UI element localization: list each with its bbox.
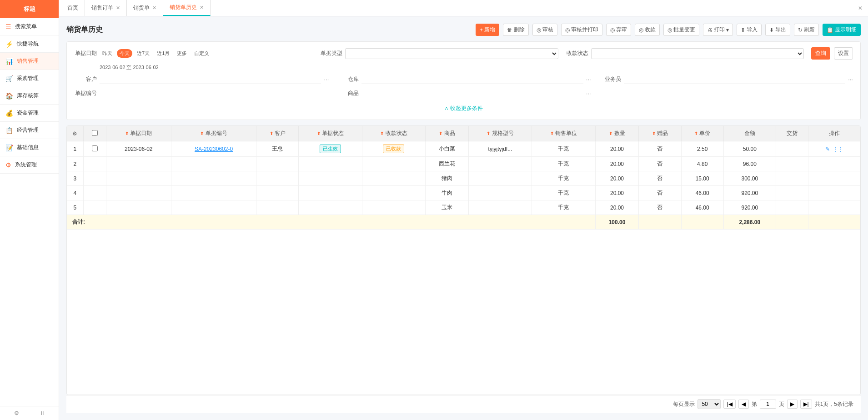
collapse-button[interactable]: ∧ 收起更多条件 [74, 103, 853, 114]
doc-type-select[interactable] [345, 48, 558, 59]
cell-goods: 小白菜 [426, 141, 468, 157]
tab-close-sales-order[interactable]: ✕ [116, 5, 120, 11]
sidebar-item-inventory[interactable]: 🏠 库存核算 [0, 87, 59, 105]
sidebar-item-label: 资金管理 [17, 109, 39, 117]
payment-status-select[interactable] [591, 48, 804, 59]
audit-print-button[interactable]: ◎ 审核并打印 [561, 24, 602, 36]
warehouse-input[interactable] [361, 75, 583, 84]
sidebar-item-quick-nav[interactable]: ⚡ 快捷导航 [0, 35, 59, 53]
sidebar-item-label: 采购管理 [17, 75, 39, 82]
tab-home[interactable]: 首页 [61, 0, 85, 16]
col-spec[interactable]: ⬆ 规格型号 [468, 126, 532, 141]
last-page-btn[interactable]: ▶| [800, 400, 812, 409]
search-menu-icon: ☰ [5, 23, 11, 30]
col-unit-price[interactable]: ⬆ 单价 [681, 126, 723, 141]
batch-change-button[interactable]: ◎ 批量变更 [663, 24, 699, 36]
warehouse-ellipsis-btn[interactable]: ··· [586, 76, 591, 83]
data-table-wrapper: ⚙ ⬆ 单据日期 ⬆ 单据编号 ⬆ 客户 ⬆ 单据状态 ⬆ 收款状态 ⬆ 商品 … [66, 125, 861, 395]
doc-no-input[interactable] [100, 89, 191, 98]
sidebar-item-sales-mgmt[interactable]: 📊 销售管理 [0, 53, 59, 70]
cell-spec: tyjyjtyjdf... [468, 141, 532, 157]
date-tag-1month[interactable]: 近1月 [154, 49, 172, 58]
collect-button[interactable]: ◎ 收款 [635, 24, 660, 36]
sidebar-item-label: 经营管理 [17, 126, 39, 134]
col-doc-date[interactable]: ⬆ 单据日期 [106, 126, 171, 141]
col-goods[interactable]: ⬆ 商品 [426, 126, 468, 141]
tab-close-sales-history[interactable]: ✕ [200, 5, 204, 10]
sidebar-item-system-mgmt[interactable]: ⚙ 系统管理 [0, 156, 59, 174]
first-page-btn[interactable]: |◀ [723, 400, 735, 409]
goods-input[interactable] [361, 89, 583, 98]
audit-button[interactable]: ◎ 审核 [532, 24, 557, 36]
print-button[interactable]: 🖨 打印 ▾ [703, 24, 733, 36]
table-row: 4 牛肉 千克 20.00 否 46.00 920.00 [67, 186, 860, 200]
goods-ellipsis-btn[interactable]: ··· [586, 90, 591, 97]
col-unit[interactable]: ⬆ 销售单位 [532, 126, 595, 141]
print-icon: 🖨 [707, 27, 712, 33]
sidebar-item-finance-mgmt[interactable]: 💰 资金管理 [0, 105, 59, 122]
discard-button[interactable]: ◎ 弃审 [606, 24, 631, 36]
date-tag-yesterday[interactable]: 昨天 [100, 49, 115, 58]
date-range-display: 2023-06-02 至 2023-06-02 [100, 64, 853, 71]
page-size-select[interactable]: 50 20 100 [697, 399, 721, 409]
prev-page-btn[interactable]: ◀ [738, 400, 749, 409]
customer-input[interactable] [100, 75, 321, 84]
import-button[interactable]: ⬆ 导入 [737, 24, 762, 36]
cell-doc-status: 已生效 [299, 141, 362, 157]
table-row: 5 玉米 千克 20.00 否 46.00 920.00 [67, 200, 860, 215]
date-tag-7days[interactable]: 近7天 [134, 49, 152, 58]
page-number-input[interactable] [760, 400, 776, 409]
customer-ellipsis-btn[interactable]: ··· [324, 76, 329, 83]
row-checkbox[interactable] [92, 145, 98, 151]
date-tag-today[interactable]: 今天 [117, 49, 132, 58]
cell-doc-date [106, 200, 171, 215]
col-customer[interactable]: ⬆ 客户 [256, 126, 299, 141]
date-picker-row: 昨天 今天 近7天 近1月 更多 自定义 [100, 49, 212, 58]
col-qty[interactable]: ⬆ 数量 [595, 126, 639, 141]
data-table: ⚙ ⬆ 单据日期 ⬆ 单据编号 ⬆ 客户 ⬆ 单据状态 ⬆ 收款状态 ⬆ 商品 … [67, 126, 860, 230]
col-checkbox [83, 126, 106, 141]
table-row: 3 猪肉 千克 20.00 否 15.00 300.00 [67, 171, 860, 186]
col-doc-status[interactable]: ⬆ 单据状态 [299, 126, 362, 141]
cell-doc-date [106, 157, 171, 171]
tab-sales-history[interactable]: 销货单历史 ✕ [163, 0, 211, 16]
edit-action-btn[interactable]: ✎ [825, 146, 830, 152]
next-page-btn[interactable]: ▶ [787, 400, 798, 409]
export-button[interactable]: ⬇ 导出 [765, 24, 790, 36]
add-button[interactable]: + 新增 [476, 24, 499, 36]
doc-no-label: 单据编号 [74, 90, 97, 97]
tab-bar-close-btn[interactable]: ✕ [858, 5, 866, 11]
settings-button[interactable]: 设置 [834, 47, 853, 60]
sidebar-item-search-menu[interactable]: ☰ 搜索菜单 [0, 18, 59, 35]
salesperson-ellipsis-btn[interactable]: ··· [848, 76, 853, 83]
page-label-end: 页 [779, 400, 784, 408]
system-mgmt-icon: ⚙ [5, 161, 11, 169]
cell-customer [256, 186, 299, 200]
col-doc-no[interactable]: ⬆ 单据编号 [171, 126, 256, 141]
tab-sales-order[interactable]: 销售订单 ✕ [85, 0, 127, 16]
salesperson-input[interactable] [624, 75, 845, 84]
sidebar-item-operations-mgmt[interactable]: 📋 经营管理 [0, 122, 59, 139]
cell-unit: 千克 [532, 157, 595, 171]
sidebar-collapse-btn[interactable]: ⏸ [40, 410, 45, 416]
col-gift[interactable]: ⬆ 赠品 [639, 126, 681, 141]
delete-button[interactable]: 🗑 删除 [503, 24, 529, 36]
query-button[interactable]: 查询 [811, 47, 830, 60]
select-all-checkbox[interactable] [92, 130, 98, 136]
cell-row-no: 2 [67, 157, 83, 171]
col-settings[interactable]: ⚙ [67, 126, 83, 141]
date-tag-custom[interactable]: 自定义 [191, 49, 212, 58]
tab-sales-goods[interactable]: 销货单 ✕ [127, 0, 163, 16]
col-payment-status[interactable]: ⬆ 收款状态 [362, 126, 425, 141]
sidebar-item-purchase-mgmt[interactable]: 🛒 采购管理 [0, 70, 59, 87]
doc-no-link[interactable]: SA-20230602-0 [195, 146, 233, 152]
date-tag-more[interactable]: 更多 [174, 49, 190, 58]
sidebar-item-basic-info[interactable]: 📝 基础信息 [0, 139, 59, 156]
more-action-btn[interactable]: ⋮⋮ [833, 146, 843, 152]
show-details-button[interactable]: 📋 显示明细 [823, 24, 861, 36]
sidebar-settings-btn[interactable]: ⚙ [14, 410, 19, 416]
table-body: 1 2023-06-02 SA-20230602-0 王总 已生效 已收款 小白… [67, 141, 860, 215]
cell-checkbox [83, 157, 106, 171]
refresh-button[interactable]: ↻ 刷新 [794, 24, 819, 36]
tab-close-sales-goods[interactable]: ✕ [152, 5, 156, 11]
